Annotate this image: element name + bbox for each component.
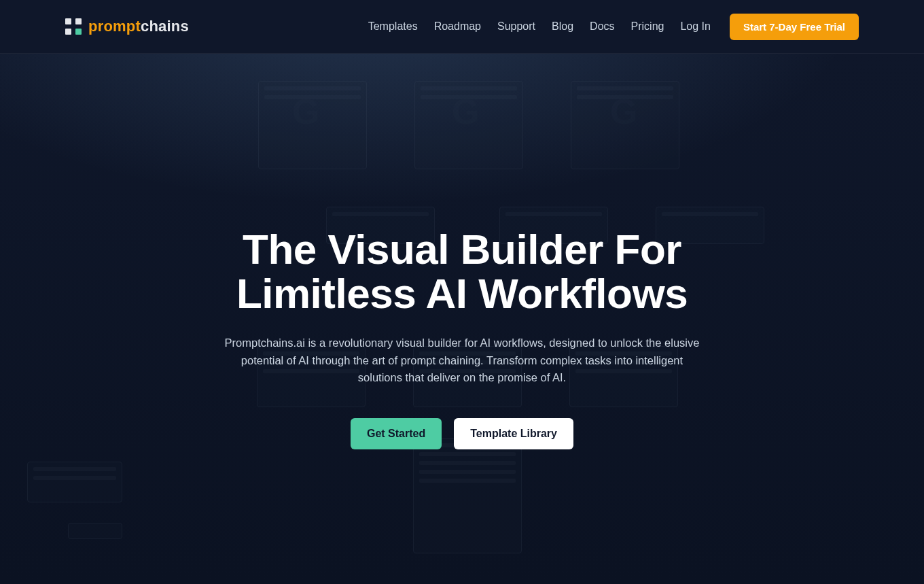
hero-subtitle: Promptchains.ai is a revolutionary visua… (224, 334, 700, 387)
template-library-button[interactable]: Template Library (454, 418, 573, 449)
hero-title-line2: Limitless AI Workflows (236, 270, 688, 317)
logo-text-part2: chains (141, 18, 189, 35)
logo-text: promptchains (88, 18, 189, 35)
hero-section: G G G The Visual Builder For Limitless A… (0, 54, 924, 584)
nav-link-login[interactable]: Log In (680, 20, 710, 33)
start-trial-button[interactable]: Start 7-Day Free Trial (730, 14, 859, 40)
hero-buttons: Get Started Template Library (351, 418, 573, 449)
hero-title: The Visual Builder For Limitless AI Work… (236, 227, 688, 315)
nav-link-blog[interactable]: Blog (552, 20, 573, 33)
logo[interactable]: promptchains (65, 18, 189, 35)
nav-link-roadmap[interactable]: Roadmap (434, 20, 481, 33)
hero-title-line1: The Visual Builder For (243, 226, 681, 273)
site-header: promptchains Templates Roadmap Support B… (0, 0, 924, 54)
logo-mark-icon (65, 18, 82, 35)
nav-link-pricing[interactable]: Pricing (631, 20, 664, 33)
get-started-button[interactable]: Get Started (351, 418, 442, 449)
nav-link-docs[interactable]: Docs (590, 20, 614, 33)
nav-link-support[interactable]: Support (497, 20, 535, 33)
logo-text-part1: prompt (88, 18, 141, 35)
nav-link-templates[interactable]: Templates (368, 20, 418, 33)
hero-content: The Visual Builder For Limitless AI Work… (0, 54, 924, 584)
main-nav: Templates Roadmap Support Blog Docs Pric… (368, 14, 859, 40)
